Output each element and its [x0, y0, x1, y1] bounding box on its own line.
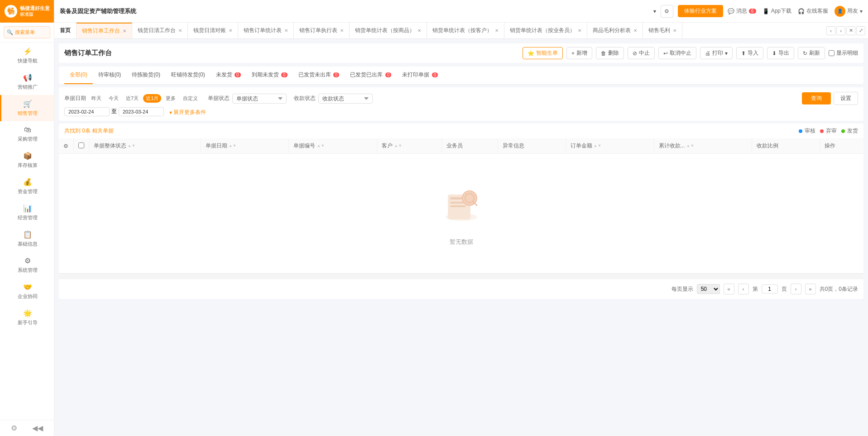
tab-sales-stat-staff[interactable]: 销货单统计表（按业务员） ✕ [504, 23, 587, 39]
shortcut-1month[interactable]: 近1月 [143, 94, 161, 103]
export-button[interactable]: ⬇ 导出 [767, 47, 794, 59]
th-settings[interactable]: ⚙ [59, 138, 73, 154]
set-button[interactable]: 设置 [834, 92, 858, 105]
horizontal-scrollbar[interactable] [59, 273, 863, 279]
tab-close-staff-icon[interactable]: ✕ [578, 28, 581, 33]
ship-action-btn[interactable]: 发货 [841, 127, 858, 135]
sort-number[interactable]: 单据编号 ▲▼ [293, 142, 372, 150]
review-action-btn[interactable]: 审核 [799, 127, 815, 135]
sidebar-item-marketing[interactable]: 📢 营销推广 [0, 69, 54, 95]
sidebar-item-base-info[interactable]: 📋 基础信息 [0, 226, 54, 252]
tab-close-sales-stat-icon[interactable]: ✕ [284, 28, 288, 33]
page-first-btn[interactable]: « [724, 284, 734, 294]
tab-close-customer-icon[interactable]: ✕ [495, 28, 499, 33]
cancel-stop-button[interactable]: ↩ 取消中止 [658, 47, 696, 59]
tab-product-margin[interactable]: 商品毛利分析表 ✕ [587, 23, 643, 39]
page-size-select[interactable]: 50 20 100 [697, 284, 720, 294]
tab-sales-stat-customer[interactable]: 销货单统计表（按客户） ✕ [427, 23, 504, 39]
sort-collected[interactable]: 累计收款... ▲▼ [659, 142, 748, 150]
tab-close-icon[interactable]: ✕ [123, 28, 126, 33]
sort-salesperson[interactable]: 业务员 [446, 142, 493, 150]
tab-home[interactable]: 首页 [54, 23, 77, 39]
tabs-close-all-btn[interactable]: ✕ [846, 26, 855, 35]
delete-button[interactable]: 🗑 删除 [596, 47, 624, 59]
sidebar-item-sys[interactable]: ⚙ 系统管理 [0, 252, 54, 278]
filter-tab-all[interactable]: 全部(0) [64, 66, 93, 84]
tab-close-product-icon[interactable]: ✕ [417, 28, 421, 33]
shortcut-custom[interactable]: 自定义 [180, 94, 201, 103]
show-detail-label[interactable]: 显示明细 [829, 49, 858, 57]
user-area[interactable]: 👤 用友 ▾ [834, 6, 863, 17]
cancel-review-action-btn[interactable]: 弃审 [820, 127, 837, 135]
tab-close-gross-icon[interactable]: ✕ [673, 28, 676, 33]
th-checkbox[interactable] [73, 138, 89, 154]
expand-conditions-button[interactable]: ▾ 展开更多条件 [169, 109, 206, 116]
online-service-action[interactable]: 🎧 在线客服 [798, 7, 828, 15]
page-next-btn[interactable]: › [791, 284, 801, 294]
tab-sales-stat-product[interactable]: 销货单统计表（按商品） ✕ [350, 23, 427, 39]
sidebar-item-purchase[interactable]: 🛍 采购管理 [0, 121, 54, 147]
tab-sales-stat[interactable]: 销售订单统计表 ✕ [238, 23, 294, 39]
sidebar-item-sales[interactable]: 🛒 销售管理 [0, 95, 54, 121]
query-button[interactable]: 查询 [802, 92, 831, 104]
tab-close-cash-daily-icon[interactable]: ✕ [178, 28, 182, 33]
filter-tab-not-printed[interactable]: 未打印单据 0 [397, 66, 443, 84]
sidebar-item-enterprise[interactable]: 🤝 企业协同 [0, 278, 54, 304]
sort-date[interactable]: 单据日期 ▲▼ [206, 142, 284, 150]
filter-tab-unshipped[interactable]: 未发货 0 [211, 66, 246, 84]
tab-close-margin-icon[interactable]: ✕ [633, 28, 637, 33]
tab-sales-exec[interactable]: 销售订单执行表 ✕ [294, 23, 350, 39]
tab-sales-order-workbench[interactable]: 销售订单工作台 ✕ [77, 23, 132, 39]
settings-bottom-icon[interactable]: ⚙ [11, 424, 17, 432]
date-label: 单据日期 [64, 95, 86, 102]
payment-select[interactable]: 收款状态 [318, 94, 373, 104]
shortcut-7days[interactable]: 近7天 [123, 94, 141, 103]
print-button[interactable]: 🖨 打印 ▾ [700, 47, 733, 59]
shortcut-yesterday[interactable]: 昨天 [89, 94, 104, 103]
message-action[interactable]: 💬 消息 6 [728, 7, 756, 15]
select-all-checkbox[interactable] [78, 142, 84, 148]
sort-amount[interactable]: 订单金额 ▲▼ [571, 142, 649, 150]
filter-tab-overdue[interactable]: 到期未发货 0 [246, 66, 293, 84]
refresh-button[interactable]: ↻ 刷新 [798, 47, 825, 59]
sort-customer[interactable]: 客户 ▲▼ [382, 142, 437, 150]
sidebar-item-inventory[interactable]: 📦 库存核算 [0, 147, 54, 173]
filter-tab-wangpu[interactable]: 旺铺待发货(0) [166, 66, 211, 84]
stop-button[interactable]: ⊘ 中止 [628, 47, 655, 59]
tab-close-sales-exec-icon[interactable]: ✕ [340, 28, 344, 33]
filter-tab-pending-review[interactable]: 待审核(0) [93, 66, 127, 84]
filter-tab-shipped-not-in[interactable]: 已发货未出库 0 [293, 66, 345, 84]
sidebar-item-finance[interactable]: 💰 资金管理 [0, 173, 54, 199]
sort-status[interactable]: 单据整体状态 ▲▼ [94, 142, 196, 150]
shortcut-more[interactable]: 更多 [163, 94, 178, 103]
date-to-input[interactable] [119, 107, 164, 116]
sidebar-item-guide[interactable]: 🌟 新手引导 [0, 304, 54, 331]
system-dropdown[interactable]: ▾ [653, 8, 656, 14]
filter-tab-shipped-in[interactable]: 已发货已出库 0 [345, 66, 397, 84]
tab-close-cash-reconcile-icon[interactable]: ✕ [229, 28, 232, 33]
tabs-scroll-left-btn[interactable]: ‹ [826, 26, 835, 35]
import-button[interactable]: ⬆ 导入 [736, 47, 763, 59]
page-prev-btn[interactable]: ‹ [738, 284, 749, 294]
search-menu-button[interactable]: 🔍 搜索菜单 [4, 26, 50, 38]
page-number-input[interactable] [762, 284, 778, 294]
app-download-action[interactable]: 📱 App下载 [762, 7, 791, 15]
tabs-scroll-right-btn[interactable]: › [836, 26, 845, 35]
sidebar-item-ops[interactable]: 📊 经营管理 [0, 199, 54, 226]
tabs-fullscreen-btn[interactable]: ⤢ [856, 26, 865, 35]
date-from-input[interactable] [64, 107, 110, 116]
shortcut-today[interactable]: 今天 [106, 94, 121, 103]
status-select[interactable]: 单据状态 [232, 94, 287, 104]
tab-cash-daily[interactable]: 钱货日清工作台 ✕ [132, 23, 188, 39]
show-detail-checkbox[interactable] [829, 50, 834, 56]
topbar-settings-btn[interactable]: ⚙ [661, 5, 673, 18]
filter-tab-pending-inspection[interactable]: 待拣验货(0) [126, 66, 166, 84]
tab-cash-reconcile[interactable]: 钱货日清对账 ✕ [188, 23, 238, 39]
add-button[interactable]: + 新增 [566, 47, 592, 59]
sidebar-item-quick-nav[interactable]: ⚡ 快捷导航 [0, 43, 54, 69]
page-last-btn[interactable]: » [805, 284, 816, 294]
industry-solution-button[interactable]: 体验行业方案 [678, 5, 723, 17]
smart-order-button[interactable]: ⭐ 智能生单 [523, 47, 563, 59]
collapse-icon[interactable]: ◀◀ [32, 424, 43, 432]
tab-sales-gross[interactable]: 销售毛利 ✕ [643, 23, 682, 39]
